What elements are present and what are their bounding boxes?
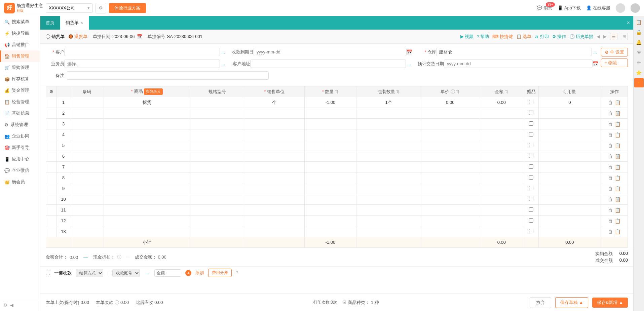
notification-item[interactable]: 💬 消息 99+ — [537, 5, 552, 11]
expected-delivery-calendar-icon[interactable]: 📅 — [593, 61, 598, 67]
cell-barcode-0[interactable] — [70, 97, 104, 108]
expected-delivery-input[interactable] — [444, 60, 593, 68]
cell-packqty-7[interactable] — [356, 172, 421, 183]
cell-spec-11[interactable] — [190, 216, 244, 226]
cell-product-2[interactable] — [104, 119, 190, 129]
settings-icon-btn[interactable]: ⚙ — [96, 3, 106, 13]
cell-packqty-6[interactable] — [356, 162, 421, 172]
cell-amount-10[interactable] — [479, 205, 524, 216]
trial-button[interactable]: 体验行业方案 — [109, 3, 146, 13]
operate-btn[interactable]: ⚙ 操作 — [552, 34, 566, 40]
cell-unit-0[interactable]: 个 — [244, 97, 305, 108]
cell-gift-2[interactable] — [524, 119, 538, 129]
cell-product-9[interactable] — [104, 194, 190, 205]
cell-spec-3[interactable] — [190, 129, 244, 140]
cell-unitprice-8[interactable] — [421, 183, 479, 194]
cell-packqty-8[interactable] — [356, 183, 421, 194]
cell-qty-0[interactable]: -1.00 — [305, 97, 356, 108]
cell-gift-0[interactable] — [524, 97, 538, 108]
cell-packqty-1[interactable] — [356, 108, 421, 119]
cell-qty-11[interactable] — [305, 216, 356, 226]
warehouse-input[interactable] — [436, 48, 592, 56]
cell-qty-10[interactable] — [305, 205, 356, 216]
cell-unit-1[interactable] — [244, 108, 305, 119]
cell-amount-12[interactable] — [479, 226, 524, 237]
cell-spec-2[interactable] — [190, 119, 244, 129]
cell-amount-4[interactable] — [479, 140, 524, 151]
cell-unit-5[interactable] — [244, 151, 305, 162]
sidebar-item-marketing[interactable]: 📢 营销推广 — [0, 39, 40, 50]
sidebar-item-sales[interactable]: 🏠 销售管理 — [0, 50, 40, 62]
right-icon-2[interactable]: 🔒 — [634, 28, 644, 37]
sidebar-item-apps[interactable]: 📱 应用中心 — [0, 153, 40, 165]
cell-unitprice-11[interactable] — [421, 216, 479, 226]
cell-barcode-2[interactable] — [70, 119, 104, 129]
cell-qty-12[interactable] — [305, 226, 356, 237]
cell-gift-6[interactable] — [524, 162, 538, 172]
sidebar-item-guide[interactable]: 🎯 新手引导 — [0, 142, 40, 153]
cell-unitprice-3[interactable] — [421, 129, 479, 140]
delete-icon-8[interactable]: 🗑 — [608, 186, 613, 191]
cell-amount-7[interactable] — [479, 172, 524, 183]
th-settings[interactable]: ⚙ — [46, 86, 57, 97]
cell-unit-2[interactable] — [244, 119, 305, 129]
cell-spec-9[interactable] — [190, 194, 244, 205]
sidebar-item-basic-info[interactable]: 📄 基础信息 — [0, 108, 40, 119]
cell-gift-9[interactable] — [524, 194, 538, 205]
warehouse-ellipsis[interactable]: ... — [592, 49, 598, 54]
copy-icon-10[interactable]: 📋 — [615, 207, 620, 213]
print-btn[interactable]: 🖨 打印 — [535, 34, 549, 40]
cell-gift-10[interactable] — [524, 205, 538, 216]
cell-unit-7[interactable] — [244, 172, 305, 183]
payment-method-select[interactable]: 结算方式 — [76, 269, 103, 277]
copy-icon-3[interactable]: 📋 — [615, 132, 620, 138]
cell-product-0[interactable]: 拆货 — [104, 97, 190, 108]
history-btn[interactable]: 🕐 历史单据 — [569, 34, 593, 40]
discard-button[interactable]: 放弃 — [530, 297, 551, 308]
copy-icon-8[interactable]: 📋 — [615, 186, 620, 191]
right-icon-7[interactable]: 🔸 — [634, 78, 644, 87]
cell-spec-0[interactable] — [190, 97, 244, 108]
copy-icon-9[interactable]: 📋 — [615, 197, 620, 202]
payment-ellipsis[interactable]: ... — [144, 270, 150, 275]
tab-sales[interactable]: 销货单 × — [60, 16, 89, 30]
sidebar-item-collab[interactable]: 👥 企业协同 — [0, 130, 40, 142]
cell-qty-5[interactable] — [305, 151, 356, 162]
scan-btn[interactable]: 扫码录入 — [144, 88, 163, 95]
sidebar-bottom[interactable]: ⚙ ◀ — [0, 299, 40, 311]
logistics-button[interactable]: + 物流 — [601, 59, 628, 67]
cell-unitprice-9[interactable] — [421, 194, 479, 205]
cell-unitprice-0[interactable]: 0.00 — [421, 97, 479, 108]
cell-amount-3[interactable] — [479, 129, 524, 140]
payment-account-select[interactable]: 收款账号 — [112, 269, 140, 277]
due-date-input[interactable] — [254, 48, 407, 56]
radio-return[interactable]: 退货单 — [69, 34, 87, 40]
cell-gift-4[interactable] — [524, 140, 538, 151]
customer-address-ellipsis[interactable]: ... — [406, 61, 412, 66]
copy-icon-4[interactable]: 📋 — [615, 143, 620, 148]
one-click-payment-checkbox[interactable] — [46, 271, 50, 275]
cell-barcode-12[interactable] — [70, 226, 104, 237]
cell-spec-5[interactable] — [190, 151, 244, 162]
avatar[interactable] — [616, 3, 625, 13]
cell-barcode-1[interactable] — [70, 108, 104, 119]
save-draft-button[interactable]: 保存草稿 ▲ — [555, 297, 589, 308]
cell-packqty-5[interactable] — [356, 151, 421, 162]
delete-icon-6[interactable]: 🗑 — [608, 164, 613, 170]
cell-product-5[interactable] — [104, 151, 190, 162]
customer-input[interactable] — [64, 48, 220, 56]
cell-qty-3[interactable] — [305, 129, 356, 140]
save-new-button[interactable]: 保存&新增 ▲ — [592, 298, 628, 308]
cell-spec-7[interactable] — [190, 172, 244, 183]
shortcut-btn[interactable]: ⌨ 快捷键 — [492, 34, 513, 40]
cell-packqty-9[interactable] — [356, 194, 421, 205]
app-download-item[interactable]: 📱 App下载 — [558, 5, 581, 11]
cell-unitprice-7[interactable] — [421, 172, 479, 183]
cell-product-11[interactable] — [104, 216, 190, 226]
sidebar-item-search[interactable]: 🔍 搜索菜单 — [0, 16, 40, 28]
cell-spec-10[interactable] — [190, 205, 244, 216]
cell-spec-12[interactable] — [190, 226, 244, 237]
cell-gift-12[interactable] — [524, 226, 538, 237]
cell-unit-3[interactable] — [244, 129, 305, 140]
cell-product-6[interactable] — [104, 162, 190, 172]
